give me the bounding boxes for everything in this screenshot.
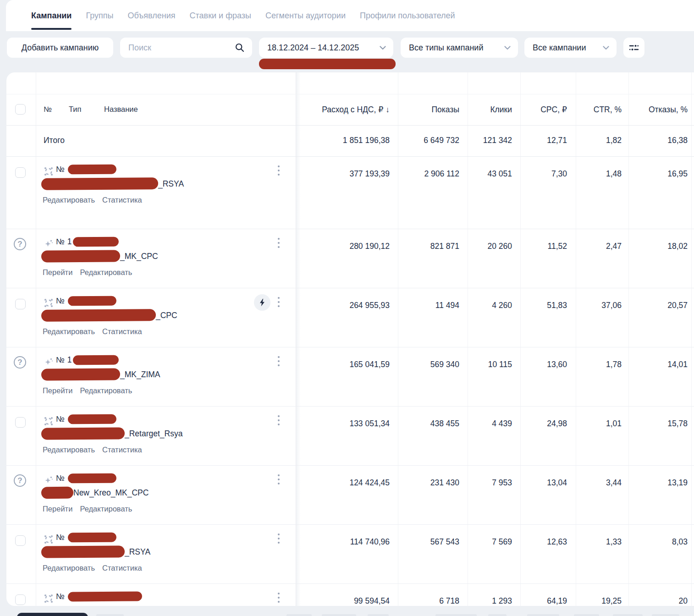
bounce-value: 20,57 [633, 301, 688, 310]
row-checkbox[interactable] [15, 167, 26, 178]
tab-label: Ставки и фразы [190, 11, 251, 21]
link-edit[interactable]: Редактировать [43, 446, 95, 454]
select-all-checkbox[interactable] [15, 104, 26, 115]
bounce-value: 16,95 [633, 169, 688, 179]
question-icon[interactable]: ? [14, 474, 26, 487]
impressions-value: 569 340 [399, 360, 459, 369]
ctr-value: 1,01 [578, 419, 622, 429]
tab-label: Сегменты аудитории [265, 11, 346, 21]
date-range-picker[interactable]: 18.12.2024 – 14.12.2025 [259, 38, 393, 58]
tab-user-profiles[interactable]: Профили пользователей [360, 0, 455, 31]
row-checkbox[interactable] [15, 299, 26, 309]
campaign-number-partial: 1 [67, 237, 72, 247]
kebab-menu-icon[interactable] [275, 533, 282, 544]
link-edit[interactable]: Редактировать [80, 268, 132, 277]
link-stats[interactable]: Статистика [102, 446, 142, 454]
table-row: ? №1 _MK_CPC ПерейтиРедактировать 280 19… [6, 229, 694, 288]
link-edit[interactable]: Редактировать [43, 196, 95, 204]
redacted-name [41, 427, 125, 440]
add-campaign-button[interactable]: Добавить кампанию [7, 38, 113, 58]
link-stats[interactable]: Статистика [102, 196, 142, 204]
clipped-text-fragment [435, 614, 477, 616]
settings-filter-button[interactable] [623, 38, 644, 58]
ctr-value: 1,33 [578, 537, 622, 547]
clicks-value: 43 051 [470, 169, 512, 179]
question-icon[interactable]: ? [14, 238, 26, 250]
cpc-value: 51,83 [523, 301, 567, 310]
row-checkbox[interactable] [15, 417, 26, 428]
bounce-value: 20 [633, 596, 688, 606]
campaign-filter-value: Все кампании [533, 43, 586, 53]
link-edit[interactable]: Редактировать [80, 505, 132, 513]
tab-groups[interactable]: Группы [86, 0, 113, 31]
ctr-value: 3,44 [578, 478, 622, 488]
kebab-menu-icon[interactable] [275, 473, 282, 485]
table-row: № _Retarget_Rsya РедактироватьСтатистика… [6, 406, 694, 465]
redacted-number [68, 591, 142, 601]
redacted-name [41, 309, 156, 322]
search-icon [235, 43, 245, 53]
clicks-value: 10 115 [470, 360, 512, 369]
ctr-value: 37,06 [578, 301, 622, 310]
lightning-badge[interactable] [254, 294, 270, 311]
col-type: Тип [69, 105, 82, 114]
kebab-menu-icon[interactable] [275, 237, 282, 249]
link-go[interactable]: Перейти [43, 505, 72, 513]
cpc-value: 7,30 [523, 169, 567, 179]
kebab-menu-icon[interactable] [275, 165, 282, 176]
col-cpc[interactable]: CPC, ₽ [523, 105, 567, 115]
redacted-name [41, 545, 125, 558]
link-stats[interactable]: Статистика [102, 327, 142, 336]
campaign-name-suffix: _MK_ZIMA [120, 370, 160, 380]
impressions-value: 821 871 [399, 242, 459, 251]
total-impressions: 6 649 732 [399, 136, 459, 145]
tune-icon [628, 43, 639, 53]
clicks-value: 20 260 [470, 242, 512, 251]
ctr-value: 1,48 [578, 169, 622, 179]
row-checkbox[interactable] [15, 535, 26, 546]
campaign-number-label: № [56, 592, 65, 601]
row-checkbox[interactable] [15, 594, 26, 605]
ctr-value: 19,25 [578, 596, 622, 606]
bottom-dark-button[interactable] [17, 613, 88, 616]
kebab-menu-icon[interactable] [275, 296, 282, 308]
col-ctr[interactable]: CTR, % [578, 105, 622, 115]
impressions-value: 6 718 [399, 596, 459, 606]
spend-value: 264 955,93 [298, 301, 390, 310]
ctr-value: 2,47 [578, 242, 622, 251]
tab-ads[interactable]: Объявления [127, 0, 175, 31]
search-input[interactable] [128, 43, 225, 53]
bounce-value: 14,01 [633, 360, 688, 369]
campaign-number-label: № [56, 237, 65, 247]
tab-audience-segments[interactable]: Сегменты аудитории [265, 0, 346, 31]
col-bounce[interactable]: Отказы, % [633, 105, 688, 115]
link-edit[interactable]: Редактировать [43, 564, 95, 572]
link-go[interactable]: Перейти [43, 386, 72, 395]
link-go[interactable]: Перейти [43, 268, 72, 277]
sort-desc-icon: ↓ [386, 105, 390, 114]
totals-row: Итого 1 851 196,38 6 649 732 121 342 12,… [6, 125, 694, 156]
redacted-name [41, 250, 120, 262]
link-stats[interactable]: Статистика [102, 564, 142, 572]
tab-bids-phrases[interactable]: Ставки и фразы [190, 0, 251, 31]
link-edit[interactable]: Редактировать [43, 327, 95, 336]
question-icon[interactable]: ? [14, 356, 26, 368]
redacted-number [68, 533, 116, 543]
col-clicks[interactable]: Клики [470, 105, 512, 115]
spend-value: 377 193,39 [298, 169, 390, 179]
campaign-filter[interactable]: Все кампании [524, 38, 617, 58]
tab-campaigns[interactable]: Кампании [31, 0, 72, 31]
impressions-value: 11 494 [399, 301, 459, 310]
kebab-menu-icon[interactable] [275, 592, 282, 604]
kebab-menu-icon[interactable] [275, 355, 282, 367]
kebab-menu-icon[interactable] [275, 414, 282, 426]
col-impressions[interactable]: Показы [399, 105, 459, 115]
campaign-name-suffix: _CPC [156, 311, 177, 320]
campaign-number-label: № [56, 533, 65, 542]
col-spend[interactable]: Расход с НДС, ₽ ↓ [298, 105, 390, 115]
link-edit[interactable]: Редактировать [80, 386, 132, 395]
spend-value: 133 051,34 [298, 419, 390, 429]
clicks-value: 7 953 [470, 478, 512, 488]
campaign-type-filter[interactable]: Все типы кампаний [401, 38, 518, 58]
impressions-value: 231 430 [399, 478, 459, 488]
